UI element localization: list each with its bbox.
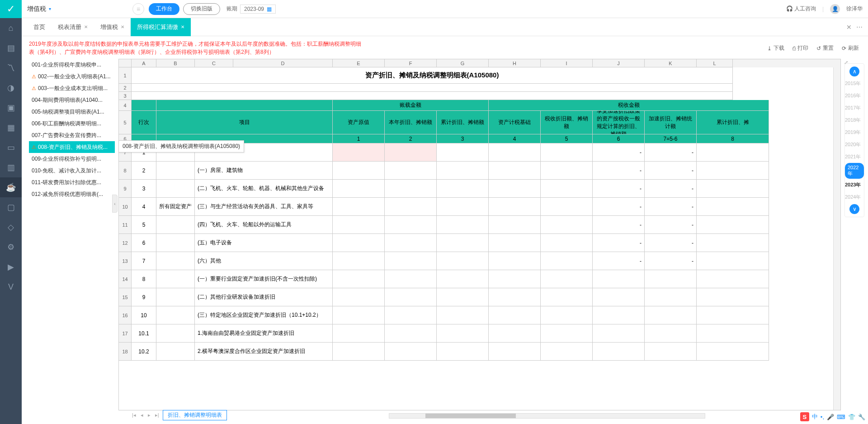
- nav-archive-icon[interactable]: ▢: [0, 197, 22, 217]
- module-dropdown[interactable]: 增值税 ▾: [27, 5, 51, 13]
- data-cell[interactable]: [697, 306, 769, 324]
- data-cell[interactable]: [489, 216, 541, 234]
- data-cell[interactable]: [437, 288, 489, 306]
- data-cell[interactable]: [333, 252, 385, 270]
- data-cell[interactable]: [385, 343, 437, 361]
- vertical-scrollbar[interactable]: [833, 67, 840, 410]
- col-header[interactable]: H: [489, 59, 541, 67]
- tree-item[interactable]: ⚠003-一般企业成本支出明细...: [29, 82, 115, 94]
- data-cell[interactable]: [333, 270, 385, 288]
- nav-send-icon[interactable]: ◇: [0, 217, 22, 237]
- data-cell[interactable]: [437, 234, 489, 252]
- data-cell[interactable]: [385, 198, 437, 216]
- data-cell[interactable]: [489, 180, 541, 198]
- col-header[interactable]: J: [593, 59, 645, 67]
- tree-item[interactable]: 007-广告费和业务宣传费跨...: [29, 129, 115, 141]
- tree-item[interactable]: 004-期间费用明细表(A1040...: [29, 94, 115, 106]
- data-cell[interactable]: [437, 180, 489, 198]
- data-cell[interactable]: -: [645, 252, 697, 270]
- data-cell[interactable]: [645, 324, 697, 343]
- year-item[interactable]: 2015年: [845, 77, 864, 90]
- nav-clip-icon[interactable]: ▣: [0, 98, 22, 118]
- col-header[interactable]: A: [132, 59, 156, 67]
- refresh-button[interactable]: ⟳ 刷新: [842, 44, 859, 52]
- data-cell[interactable]: -: [593, 198, 645, 216]
- nav-money-icon[interactable]: ◑: [0, 78, 22, 98]
- consult-button[interactable]: 🎧 人工咨询: [786, 5, 816, 13]
- data-cell[interactable]: [489, 324, 541, 343]
- data-cell[interactable]: [333, 324, 385, 343]
- data-cell[interactable]: -: [645, 234, 697, 252]
- data-cell[interactable]: [697, 324, 769, 343]
- data-cell[interactable]: [437, 306, 489, 324]
- ime-logo[interactable]: S: [800, 412, 809, 421]
- data-cell[interactable]: [593, 343, 645, 361]
- data-cell[interactable]: [333, 216, 385, 234]
- data-cell[interactable]: [541, 343, 593, 361]
- data-cell[interactable]: -: [593, 216, 645, 234]
- year-item[interactable]: 2016年: [845, 90, 864, 102]
- nav-gear-icon[interactable]: ⚙: [0, 237, 22, 257]
- ime-mic-icon[interactable]: 🎤: [827, 414, 834, 420]
- data-cell[interactable]: -: [645, 180, 697, 198]
- data-cell[interactable]: [385, 270, 437, 288]
- tree-item[interactable]: 006-职工薪酬纳税调整明细...: [29, 118, 115, 129]
- data-cell[interactable]: [333, 288, 385, 306]
- col-header[interactable]: E: [333, 59, 385, 67]
- data-cell[interactable]: -: [645, 143, 697, 162]
- period-picker[interactable]: 2023-09 ▦: [240, 5, 276, 14]
- data-cell[interactable]: [593, 306, 645, 324]
- nav-chart-icon[interactable]: 〽: [0, 58, 22, 78]
- data-cell[interactable]: -: [593, 252, 645, 270]
- data-cell[interactable]: [489, 198, 541, 216]
- ime-tool-icon[interactable]: 🔧: [858, 414, 865, 420]
- nav-calc-icon[interactable]: ▥: [0, 157, 22, 177]
- year-item[interactable]: 2023年: [845, 179, 864, 191]
- tree-item[interactable]: ⚠002-一般企业收入明细表(A1...: [29, 71, 115, 82]
- tab-income-tax[interactable]: 所得税汇算清缴✕: [131, 18, 191, 36]
- nav-report-icon[interactable]: ▦: [0, 118, 22, 138]
- year-item[interactable]: 2020年: [845, 138, 864, 151]
- tab-home[interactable]: 首页: [27, 18, 52, 36]
- close-icon[interactable]: ✕: [84, 24, 88, 29]
- data-cell[interactable]: [385, 252, 437, 270]
- data-cell[interactable]: [437, 270, 489, 288]
- close-icon[interactable]: ✕: [121, 24, 124, 29]
- reset-button[interactable]: ↺ 重置: [816, 44, 834, 52]
- avatar[interactable]: 👤: [830, 4, 840, 14]
- data-cell[interactable]: [489, 343, 541, 361]
- data-cell[interactable]: [333, 306, 385, 324]
- data-cell[interactable]: [489, 288, 541, 306]
- col-header[interactable]: K: [645, 59, 697, 67]
- data-cell[interactable]: [333, 343, 385, 361]
- data-cell[interactable]: [333, 180, 385, 198]
- data-cell[interactable]: [385, 216, 437, 234]
- data-cell[interactable]: [541, 324, 593, 343]
- tree-item[interactable]: 001-企业所得税年度纳税申...: [29, 59, 115, 71]
- data-cell[interactable]: [385, 143, 437, 162]
- sheet-nav-first[interactable]: |◂: [131, 412, 137, 418]
- close-all-icon[interactable]: ✕: [846, 24, 852, 31]
- data-cell[interactable]: [541, 216, 593, 234]
- data-cell[interactable]: [333, 162, 385, 180]
- year-item[interactable]: 2019年: [845, 126, 864, 138]
- data-cell[interactable]: [697, 162, 769, 180]
- data-cell[interactable]: -: [593, 162, 645, 180]
- data-cell[interactable]: [697, 216, 769, 234]
- data-cell[interactable]: [541, 162, 593, 180]
- data-cell[interactable]: [593, 270, 645, 288]
- col-header[interactable]: L: [697, 59, 733, 67]
- col-header[interactable]: C: [195, 59, 233, 67]
- data-cell[interactable]: -: [593, 180, 645, 198]
- data-cell[interactable]: -: [645, 162, 697, 180]
- data-cell[interactable]: -: [593, 143, 645, 162]
- data-cell[interactable]: [437, 198, 489, 216]
- app-logo[interactable]: ✓: [0, 0, 22, 18]
- workbench-button[interactable]: 工作台: [149, 3, 179, 15]
- data-cell[interactable]: [697, 198, 769, 216]
- data-cell[interactable]: -: [593, 234, 645, 252]
- data-cell[interactable]: [489, 252, 541, 270]
- col-header[interactable]: D: [233, 59, 333, 67]
- data-cell[interactable]: [697, 288, 769, 306]
- data-cell[interactable]: [437, 143, 489, 162]
